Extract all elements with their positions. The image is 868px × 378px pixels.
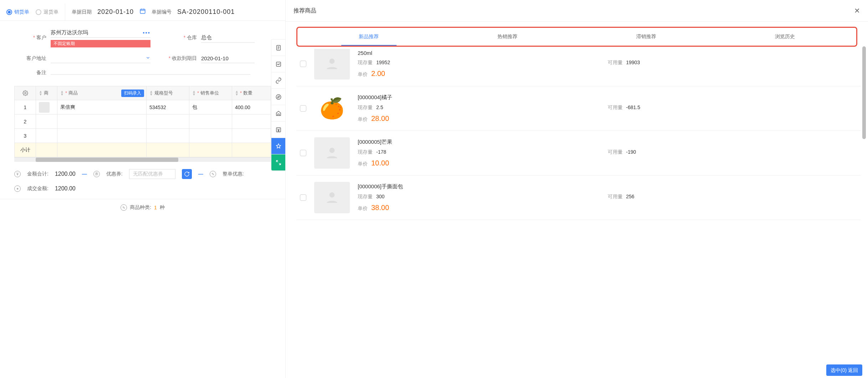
product-checkbox[interactable]: [300, 150, 306, 156]
radio-icon: [36, 9, 41, 15]
customer-input[interactable]: 苏州万达沃尔玛 •••: [51, 28, 150, 38]
product-stock: 现存量19952: [358, 60, 608, 66]
product-available: 可用量19903: [608, 60, 858, 66]
product-name: [0000004]橘子: [358, 94, 857, 101]
row-unit[interactable]: 包: [189, 100, 232, 114]
tool-chart-icon[interactable]: [271, 56, 286, 72]
col-qty[interactable]: ▲▼数量: [232, 86, 261, 100]
tab-history[interactable]: 浏览历史: [715, 29, 854, 45]
coupon-icon: 券: [93, 171, 100, 177]
warehouse-input[interactable]: 总仓: [201, 33, 255, 43]
refresh-button[interactable]: [182, 169, 192, 179]
currency-icon: ¥: [14, 171, 21, 177]
tool-money-icon[interactable]: [271, 122, 286, 138]
product-name: 250ml: [358, 50, 857, 56]
product-checkbox[interactable]: [300, 105, 306, 112]
product-image: [314, 182, 350, 213]
minus-icon: —: [82, 171, 87, 177]
radio-icon: [6, 9, 12, 15]
row-product[interactable]: 果倍爽: [57, 100, 147, 114]
subtotal-row: 小计: [15, 143, 271, 157]
kinds-value: 1: [154, 205, 157, 210]
tab-hot[interactable]: 热销推荐: [438, 29, 577, 45]
coupon-input[interactable]: 无匹配优惠券: [129, 169, 175, 179]
tab-return-label: 退货单: [44, 9, 58, 15]
product-image: [314, 49, 350, 80]
svg-rect-0: [140, 9, 145, 14]
tab-sales-label: 销货单: [14, 9, 29, 15]
close-icon[interactable]: ✕: [854, 6, 860, 15]
coupon-label: 优惠券:: [106, 171, 123, 177]
row-qty[interactable]: [232, 114, 261, 128]
row-index: 3: [15, 129, 36, 143]
tab-return-order[interactable]: 退货单: [36, 9, 58, 15]
select-return-button[interactable]: 选中(0) 返回: [826, 364, 862, 376]
col-product[interactable]: ▲▼商品扫码录入: [57, 86, 147, 100]
product-checkbox[interactable]: [300, 61, 306, 67]
deal-icon: ✦: [14, 185, 21, 192]
col-thumb[interactable]: ▲▼商: [36, 86, 57, 100]
remark-label: 备注: [14, 70, 46, 76]
tool-note-icon[interactable]: [271, 40, 286, 56]
doc-date-label: 单据日期: [72, 9, 92, 15]
due-label: 收款到期日: [165, 55, 197, 62]
recommend-tabs: 新品推荐 热销推荐 滞销推荐 浏览历史: [296, 27, 857, 47]
row-spec[interactable]: 534532: [147, 100, 189, 114]
chevron-down-icon[interactable]: [145, 55, 150, 61]
discount-icon: ✎: [210, 171, 216, 177]
product-checkbox[interactable]: [300, 194, 306, 201]
svg-point-4: [276, 94, 281, 99]
tool-star-icon[interactable]: [271, 138, 286, 154]
product-name: [0000006]手撕面包: [358, 183, 857, 190]
tool-link-icon[interactable]: [271, 72, 286, 89]
product-item: [0000006]手撕面包现存量300可用量256单价38.00: [296, 175, 861, 220]
row-spec[interactable]: [147, 129, 189, 143]
tool-expand-icon[interactable]: [271, 154, 286, 171]
product-price: 单价10.00: [358, 159, 608, 167]
table-row[interactable]: 2: [15, 114, 271, 129]
row-index: 1: [15, 100, 36, 114]
footer-bar: ✎ 商品种类: 1 种: [0, 199, 285, 216]
addr-input[interactable]: [51, 54, 150, 63]
product-image: [314, 137, 350, 169]
sum-value: 1200.00: [55, 171, 76, 177]
remark-input[interactable]: [51, 71, 250, 75]
row-index: 2: [15, 114, 36, 128]
row-spec[interactable]: [147, 114, 189, 128]
scan-button[interactable]: 扫码录入: [121, 90, 144, 97]
more-icon[interactable]: •••: [143, 30, 150, 36]
row-product[interactable]: [57, 129, 147, 143]
doc-header: 销货单 退货单 单据日期 2020-01-10 单据编号 SA-20200110…: [0, 4, 285, 21]
deal-label: 成交金额:: [27, 185, 48, 192]
product-stock: 现存量300: [358, 194, 608, 200]
row-unit[interactable]: [189, 129, 232, 143]
minus-icon: —: [198, 171, 203, 177]
tab-sales-order[interactable]: 销货单: [6, 9, 29, 15]
table-row[interactable]: 3: [15, 129, 271, 143]
product-available: 可用量-681.5: [608, 104, 858, 111]
tool-house-icon[interactable]: [271, 105, 286, 122]
tool-swap-icon[interactable]: [271, 89, 286, 105]
product-price: 单价28.00: [358, 114, 608, 123]
panel-vscroll[interactable]: [862, 46, 866, 139]
row-thumb: [36, 100, 57, 114]
doc-date-value[interactable]: 2020-01-10: [97, 8, 134, 16]
tab-slow[interactable]: 滞销推荐: [577, 29, 716, 45]
row-unit[interactable]: [189, 114, 232, 128]
doc-no-label: 单据编号: [152, 9, 172, 15]
col-spec[interactable]: ▲▼规格型号: [147, 86, 189, 100]
grid-hscroll[interactable]: [14, 158, 271, 162]
tab-new[interactable]: 新品推荐: [300, 29, 438, 45]
kinds-label: 商品种类:: [130, 204, 151, 211]
table-row[interactable]: 1果倍爽534532包400.00: [15, 100, 271, 114]
col-unit[interactable]: ▲▼销售单位: [189, 86, 232, 100]
due-input[interactable]: 2020-01-10: [201, 54, 255, 63]
product-item: 250ml现存量19952可用量19903单价2.00: [296, 49, 861, 86]
calendar-icon[interactable]: [139, 8, 146, 16]
row-qty[interactable]: [232, 129, 261, 143]
row-qty[interactable]: 400.00: [232, 100, 261, 114]
grid-settings[interactable]: [15, 86, 36, 100]
due-value: 2020-01-10: [201, 55, 229, 61]
row-product[interactable]: [57, 114, 147, 128]
product-item: [0000004]橘子现存量2.5可用量-681.5单价28.00: [296, 86, 861, 131]
